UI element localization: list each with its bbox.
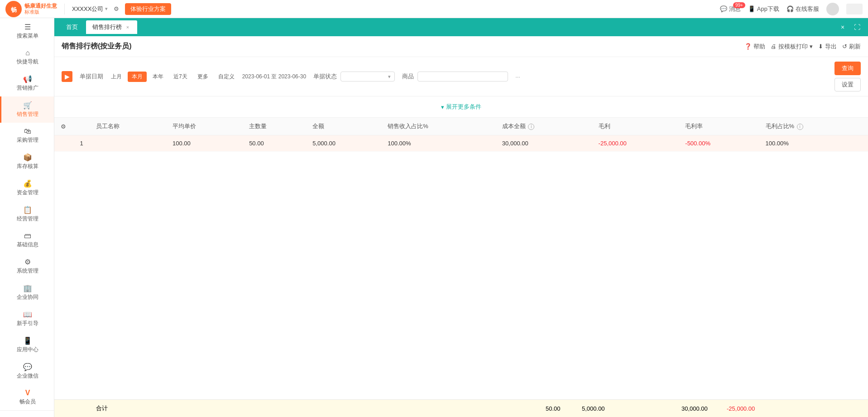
col-header-gear[interactable]: ⚙	[54, 118, 72, 135]
sidebar-item-label-apps: 应用中心	[17, 346, 38, 354]
date-tab-more[interactable]: 更多	[193, 72, 212, 82]
user-avatar[interactable]	[826, 3, 839, 15]
filter-expand-arrow[interactable]: ▶	[62, 71, 72, 82]
sidebar-item-enterprise[interactable]: 🏢 企业协同	[0, 279, 54, 306]
sales-icon: 🛒	[23, 101, 32, 110]
expand-conditions-button[interactable]: ▾ 展开更多条件	[441, 103, 481, 111]
message-badge: 99+	[733, 2, 745, 8]
export-button[interactable]: ⬇ 导出	[818, 43, 837, 51]
window-close-icon[interactable]: ×	[837, 22, 848, 33]
trial-button[interactable]: 体验行业方案	[125, 3, 171, 15]
col-header-name: 员工名称	[91, 118, 167, 135]
help-button[interactable]: ❓ 帮助	[744, 43, 765, 51]
apps-icon: 📱	[23, 336, 32, 345]
sidebar-item-label-basic-info: 基础信息	[17, 241, 38, 249]
col-header-rank	[72, 118, 91, 135]
sidebar-item-label-finance: 资金管理	[17, 189, 38, 197]
sidebar-item-operation[interactable]: 📋 经营管理	[0, 201, 54, 227]
footer-cost: 30,000.00	[681, 405, 708, 412]
sidebar-item-search[interactable]: ☰ 搜索菜单	[0, 18, 54, 44]
report-header: 销售排行榜(按业务员) ❓ 帮助 🖨 按模板打印 ▾ ⬇	[54, 36, 868, 57]
company-selector[interactable]: XXXXX公司 ▾	[72, 5, 108, 13]
sidebar-item-label-system: 系统管理	[17, 267, 38, 275]
print-button[interactable]: 🖨 按模板打印 ▾	[771, 43, 813, 51]
expand-conditions-row: ▾ 展开更多条件	[54, 96, 868, 118]
sidebar-item-apps[interactable]: 📱 应用中心	[0, 332, 54, 358]
company-chevron-icon: ▾	[105, 6, 108, 12]
date-filter-label: 单据日期	[80, 72, 103, 81]
sidebar-item-basic-info[interactable]: 🗃 基础信息	[0, 227, 54, 253]
online-service-button[interactable]: 🎧 在线客服	[786, 5, 819, 13]
company-settings-icon[interactable]: ⚙	[111, 4, 121, 14]
sidebar-item-guide[interactable]: 📖 新手引导	[0, 306, 54, 332]
home-icon: ⌂	[25, 49, 30, 57]
col-header-gross: 毛利	[593, 118, 680, 135]
main-layout: ☰ 搜索菜单 ⌂ 快捷导航 📢 营销推广 🛒 销售管理 🛍 采购管理 📦 库存核…	[0, 18, 868, 417]
status-chevron-icon: ▾	[388, 74, 391, 80]
col-header-gross-pct: 毛利占比% i	[760, 118, 868, 135]
app-name: 畅康通好生意	[24, 3, 57, 9]
cell-gross-pct: 100.00%	[760, 135, 868, 152]
table-footer: 合计 50.00 5,000.00 30,000.00 -25,000.00	[54, 399, 868, 417]
user-name-placeholder	[846, 4, 863, 14]
date-tab-custom[interactable]: 自定义	[214, 72, 239, 82]
sidebar-item-sales[interactable]: 🛒 销售管理	[0, 96, 54, 123]
date-tab-last-7-days[interactable]: 近7天	[169, 72, 192, 82]
sidebar-collapse-icon[interactable]: ◀	[18, 414, 29, 417]
app-version: 标准版	[24, 9, 57, 15]
search-order-icon: ☰	[24, 23, 31, 31]
cell-sales-pct: 100.00%	[382, 135, 497, 152]
date-tabs: 上月 本月 本年 近7天 更多 自定义	[107, 72, 239, 82]
query-button[interactable]: 查询	[834, 62, 861, 75]
footer-label: 合计	[96, 405, 108, 412]
tab-close-icon[interactable]: ×	[125, 24, 131, 30]
cost-info-icon[interactable]: i	[528, 124, 534, 130]
sidebar-item-wechat[interactable]: 💬 企业微信	[0, 358, 54, 384]
sidebar-item-marketing[interactable]: 📢 营销推广	[0, 70, 54, 96]
window-expand-icon[interactable]: ⛶	[852, 22, 863, 33]
gross-pct-info-icon[interactable]: i	[797, 124, 803, 130]
sidebar-item-system[interactable]: ⚙ 系统管理	[0, 253, 54, 279]
date-tab-last-month[interactable]: 上月	[107, 72, 126, 82]
sidebar-item-inventory[interactable]: 📦 库存核算	[0, 149, 54, 175]
sidebar-item-finance[interactable]: 💰 资金管理	[0, 175, 54, 201]
goods-input[interactable]	[417, 72, 508, 81]
col-header-gross-rate: 毛利率	[680, 118, 760, 135]
goods-input-value	[422, 73, 504, 80]
date-tab-this-month[interactable]: 本月	[128, 72, 147, 82]
refresh-button[interactable]: ↺ 刷新	[842, 43, 861, 51]
sidebar-settings-icon[interactable]: ⚙	[4, 414, 14, 417]
app-download-icon: 📱	[748, 5, 755, 12]
refresh-label: 刷新	[849, 43, 861, 51]
page-content: 销售排行榜(按业务员) ❓ 帮助 🖨 按模板打印 ▾ ⬇	[54, 36, 868, 417]
app-download-button[interactable]: 📱 App下载	[748, 5, 779, 13]
cell-rank: 1	[72, 135, 91, 152]
sidebar-item-purchase[interactable]: 🛍 采购管理	[0, 123, 54, 149]
tab-sales-ranking[interactable]: 销售排行榜 ×	[86, 20, 137, 34]
cell-amount: 5,000.00	[307, 135, 382, 152]
tab-home[interactable]: 首页	[60, 20, 84, 34]
table-header-row: ⚙ 员工名称 平均单价 主数量 全额 销售收入占比% 成本全额 i	[54, 118, 868, 135]
app-download-label: App下载	[757, 5, 779, 13]
sidebar-item-member[interactable]: V 畅会员	[0, 384, 54, 410]
date-tab-this-year[interactable]: 本年	[149, 72, 168, 82]
export-label: 导出	[825, 43, 837, 51]
sidebar-item-label-sales: 销售管理	[17, 110, 38, 118]
settings-button[interactable]: 设置	[834, 78, 861, 91]
sidebar-item-label-inventory: 库存核算	[17, 163, 38, 170]
tab-home-label: 首页	[66, 24, 78, 30]
status-filter-row: 单据状态 ▾	[313, 72, 395, 81]
message-button[interactable]: 💬 消息 99+	[720, 5, 741, 13]
sidebar-item-quick-nav[interactable]: ⌂ 快捷导航	[0, 44, 54, 70]
goods-filter-label: 商品	[402, 72, 414, 81]
sidebar: ☰ 搜索菜单 ⌂ 快捷导航 📢 营销推广 🛒 销售管理 🛍 采购管理 📦 库存核…	[0, 18, 54, 417]
status-select[interactable]: ▾	[340, 72, 395, 81]
print-icon: 🖨	[771, 43, 777, 50]
filter-more-icon[interactable]: ···	[515, 73, 520, 80]
member-icon: V	[25, 389, 30, 397]
expand-conditions-label: 展开更多条件	[446, 103, 481, 111]
tab-bar-right: × ⛶	[837, 22, 863, 33]
col-header-avg-price: 平均单价	[167, 118, 244, 135]
sidebar-bottom: ⚙ ◀	[0, 410, 54, 417]
footer-gross: -25,000.00	[727, 405, 755, 412]
